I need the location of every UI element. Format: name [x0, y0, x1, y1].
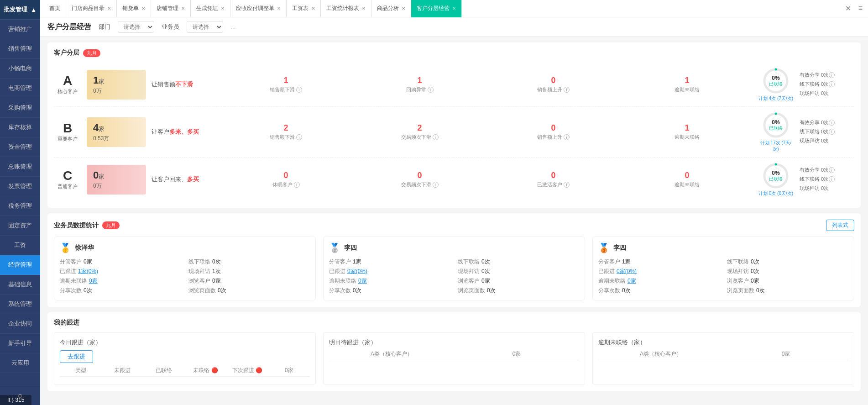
close-all-tabs-button[interactable]: ✕ — [843, 3, 853, 14]
tier-action-2-0: 有效分享 0次i — [800, 166, 854, 175]
sidebar-item-9[interactable]: 税务管理 — [0, 196, 40, 216]
staff-stat-val-1-1: 0次 — [481, 258, 490, 266]
info-icon[interactable]: i — [428, 87, 434, 93]
staff-stat-val-2-4[interactable]: 0家 — [627, 277, 636, 285]
tab-close-6[interactable]: ✕ — [311, 6, 315, 11]
staff-stat-label-0-0: 分管客户 — [60, 258, 82, 266]
col-type-2: A类（核心客户） — [329, 350, 454, 358]
staff-stat-row-1-2: 已跟进0家(0%) — [329, 268, 450, 275]
staff-stat-row-0-6: 分享次数0次 — [60, 287, 181, 295]
tab-close-5[interactable]: ✕ — [277, 6, 281, 11]
tab-close-9[interactable]: ✕ — [452, 6, 456, 11]
tab-close-8[interactable]: ✕ — [402, 6, 405, 11]
tab-8[interactable]: 商品分析✕ — [371, 0, 411, 17]
action-info-icon-${ti}-${ai}[interactable]: i — [829, 167, 835, 173]
sidebar-item-15[interactable]: 企业协同 — [0, 314, 40, 334]
sidebar-toggle-icon[interactable]: ▲ — [31, 6, 37, 13]
tier-rows-container: A核心客户1家0万让销售额不下滑1销售额下滑i1回购异常i0销售额上升i1逾期未… — [54, 63, 854, 201]
stat-num-2-2: 0 — [488, 171, 618, 180]
sidebar-item-5[interactable]: 库存核算 — [0, 118, 40, 137]
staff-stat-val-0-4[interactable]: 0家 — [89, 277, 98, 285]
stat-num-2-1: 0 — [355, 171, 485, 180]
staff-stat-val-0-2[interactable]: 1家(0%) — [78, 268, 98, 275]
sidebar-item-6[interactable]: 资金管理 — [0, 137, 40, 157]
info-icon[interactable]: i — [433, 134, 439, 140]
follow-section: 我的跟进 今日跟进（家） 去跟进 类型 未跟进 已联络 未联络 🔴 下次跟进 🔴… — [47, 312, 861, 391]
tab-close-2[interactable]: ✕ — [141, 6, 145, 11]
staff-stat-row-0-1: 线下联络0次 — [188, 258, 310, 266]
sidebar-item-17[interactable]: 云应用 — [0, 353, 40, 373]
staff-select[interactable]: 请选择 — [187, 21, 223, 33]
action-info-icon-${ti}-${ai}[interactable]: i — [829, 176, 835, 182]
tab-1[interactable]: 门店商品目录✕ — [66, 0, 117, 17]
tab-close-1[interactable]: ✕ — [107, 6, 111, 11]
filter-more-button[interactable]: ... — [230, 23, 236, 31]
sidebar-item-13[interactable]: 基础信息 — [0, 275, 40, 295]
staff-stat-val-2-2[interactable]: 0家(0%) — [617, 268, 637, 275]
sidebar-item-8[interactable]: 发票管理 — [0, 177, 40, 196]
tier-stats-1: 2销售额下滑i2交易频次下滑i0销售额上升i1逾期未联络 — [221, 123, 752, 141]
sidebar-item-16[interactable]: 新手引导 — [0, 334, 40, 353]
sidebar-item-0[interactable]: 营销推广 — [0, 20, 40, 39]
info-icon[interactable]: i — [433, 182, 439, 188]
tier-row-0: A核心客户1家0万让销售额不下滑1销售额下滑i1回购异常i0销售额上升i1逾期未… — [54, 63, 854, 107]
staff-stat-val-1-2[interactable]: 0家(0%) — [347, 268, 367, 275]
tab-7[interactable]: 工资统计报表✕ — [321, 0, 371, 17]
list-view-button[interactable]: 列表式 — [826, 220, 854, 231]
tab-5[interactable]: 应收应付调整单✕ — [230, 0, 287, 17]
sidebar-item-10[interactable]: 固定资产 — [0, 216, 40, 236]
tab-6[interactable]: 工资表✕ — [287, 0, 321, 17]
tab-menu-button[interactable]: ≡ — [857, 3, 864, 14]
info-icon[interactable]: i — [296, 134, 302, 140]
go-follow-button[interactable]: 去跟进 — [60, 350, 93, 363]
sidebar-item-12[interactable]: 经营管理 — [0, 255, 40, 275]
tab-2[interactable]: 销货单✕ — [117, 0, 151, 17]
sidebar-header[interactable]: 批发管理 ▲ — [0, 0, 40, 20]
tab-9[interactable]: 客户分层经营✕ — [411, 0, 462, 17]
dept-select[interactable]: 请选择 — [118, 21, 154, 33]
action-info-icon-${ti}-${ai}[interactable]: i — [829, 81, 835, 87]
staff-stat-val-1-4[interactable]: 0家 — [358, 277, 367, 285]
staff-stat-row-2-7: 浏览页面数0次 — [727, 287, 848, 295]
tier-count-num-0: 1家 — [93, 74, 140, 86]
col-val-3: 0家 — [723, 350, 848, 358]
info-icon[interactable]: i — [296, 87, 302, 93]
action-info-icon-${ti}-${ai}[interactable]: i — [829, 120, 835, 126]
sidebar-item-11[interactable]: 工资 — [0, 236, 40, 255]
staff-stat-label-1-7: 浏览页面数 — [458, 287, 485, 295]
staff-month-badge: 九月 — [102, 221, 120, 229]
tab-4[interactable]: 生成凭证✕ — [191, 0, 230, 17]
staff-stat-label-2-0: 分管客户 — [598, 258, 620, 266]
staff-stat-row-1-1: 线下联络0次 — [458, 258, 579, 266]
tab-3[interactable]: 店铺管理✕ — [151, 0, 191, 17]
stat-label-2-3: 逾期未联络 — [622, 181, 752, 188]
sidebar-item-14[interactable]: 系统管理 — [0, 295, 40, 314]
sidebar-item-1[interactable]: 销售管理 — [0, 39, 40, 59]
info-icon[interactable]: i — [294, 182, 300, 188]
stat-label-0-0: 销售额下滑i — [221, 86, 351, 93]
action-info-icon-${ti}-${ai}[interactable]: i — [829, 129, 835, 135]
col-total: 0家 — [268, 367, 310, 374]
tab-close-4[interactable]: ✕ — [221, 6, 225, 11]
info-icon[interactable]: i — [564, 87, 570, 93]
tab-close-3[interactable]: ✕ — [181, 6, 185, 11]
staff-stat-val-0-7: 0次 — [218, 287, 226, 295]
sidebar-item-2[interactable]: 小畅电商 — [0, 59, 40, 79]
sidebar-item-7[interactable]: 总账管理 — [0, 157, 40, 177]
tab-0[interactable]: 首页 — [44, 0, 66, 17]
info-icon[interactable]: i — [564, 134, 570, 140]
staff-medal-0: 🥇 — [60, 242, 71, 253]
tier-action-0-2: 现场拜访 0次 — [800, 89, 854, 98]
tier-count-block-0: 1家0万 — [87, 70, 146, 100]
staff-stat-label-1-4: 逾期未联络 — [329, 277, 356, 285]
tier-amount-1: 0.53万 — [93, 135, 140, 142]
tier-amount-0: 0万 — [93, 87, 140, 95]
tab-close-7[interactable]: ✕ — [362, 6, 366, 11]
sidebar-item-4[interactable]: 采购管理 — [0, 98, 40, 118]
sidebar-item-3[interactable]: 电商管理 — [0, 79, 40, 98]
tier-count-block-2: 0家0万 — [87, 165, 146, 195]
staff-stat-val-0-3: 1次 — [212, 268, 221, 275]
action-info-icon-${ti}-${ai}[interactable]: i — [829, 72, 835, 78]
col-val-2: 0家 — [454, 350, 579, 358]
info-icon[interactable]: i — [564, 182, 570, 188]
